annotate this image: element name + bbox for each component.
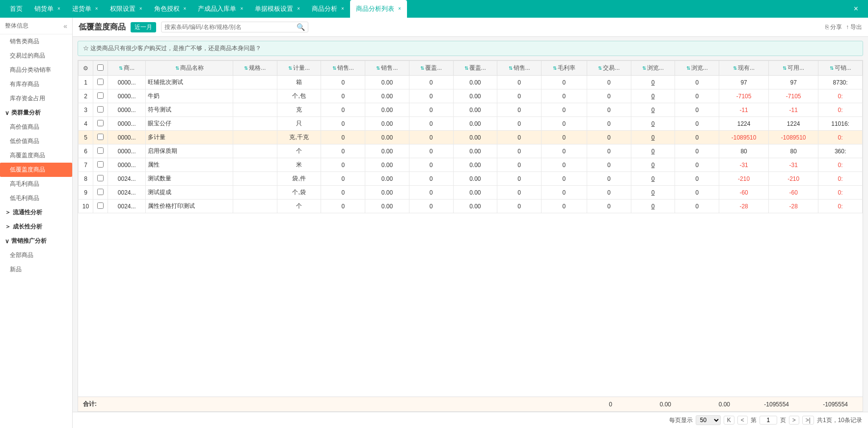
nav-product-analysis[interactable]: 商品分析 ×: [306, 0, 350, 18]
trade-column-header[interactable]: ⇅交易...: [587, 61, 631, 76]
sidebar-item-category-rate[interactable]: 商品分类动销率: [0, 63, 72, 77]
code-column-header[interactable]: ⇅商...: [108, 61, 146, 76]
row-browse1: 0: [631, 131, 675, 144]
row-code: 0024...: [108, 172, 146, 186]
sidebar-group-marketing[interactable]: ∨ 营销推广分析: [0, 234, 72, 248]
row-cover1: 0: [409, 117, 453, 131]
sidebar-item-capital[interactable]: 库存资金占用: [0, 91, 72, 106]
sidebar-collapse-btn[interactable]: «: [63, 22, 67, 30]
sales3-column-header[interactable]: ⇅销售...: [497, 61, 542, 76]
saleable-column-header[interactable]: ⇅可销...: [818, 61, 863, 76]
nav-close-product-analysis[interactable]: ×: [341, 0, 344, 18]
row-sales2: 0.00: [365, 89, 409, 103]
page-number-input[interactable]: [760, 416, 777, 425]
nav-product-warehouse[interactable]: 产成品入库单 ×: [192, 0, 249, 18]
search-input[interactable]: [164, 24, 297, 30]
nav-purchase[interactable]: 进货单 ×: [66, 0, 104, 18]
sales2-column-header[interactable]: ⇅销售...: [365, 61, 409, 76]
row-select-checkbox[interactable]: [97, 106, 104, 113]
select-all-checkbox[interactable]: [97, 64, 104, 71]
data-table-container: ⚙ ⇅商... ⇅商品名称 ⇅规格... ⇅计量... ⇅销售... ⇅销售..…: [78, 60, 863, 397]
nav-close-sales[interactable]: ×: [57, 0, 60, 18]
available-column-header[interactable]: ⇅可用...: [769, 61, 818, 76]
row-select-checkbox[interactable]: [97, 79, 104, 85]
sidebar-item-low-value[interactable]: 低价值商品: [0, 134, 72, 148]
browse1-column-header[interactable]: ⇅浏览...: [631, 61, 675, 76]
last-page-button[interactable]: >|: [802, 416, 814, 425]
export-button[interactable]: ↑ 导出: [846, 23, 862, 31]
sidebar-item-high-value[interactable]: 高价值商品: [0, 120, 72, 134]
nav-close-product-analysis-list[interactable]: ×: [398, 0, 401, 18]
gross-column-header[interactable]: ⇅毛利率: [541, 61, 587, 76]
share-button[interactable]: ⎘ 分享: [825, 23, 842, 31]
sidebar-item-in-stock[interactable]: 有库存商品: [0, 77, 72, 91]
sidebar-group-flow[interactable]: ＞ 流通性分析: [0, 205, 72, 220]
sidebar-group-cluster[interactable]: ∨ 类群量分析: [0, 106, 72, 120]
sidebar-item-high-coverage[interactable]: 高覆盖度商品: [0, 148, 72, 163]
table-row: 8 0024... 测试数量 袋,件 0 0.00 0 0.00 0 0 0 0…: [79, 172, 863, 186]
page-header: 低覆盖度商品 近一月 🔍 ⎘ 分享 ↑ 导出: [73, 18, 868, 37]
row-cover2: 0.00: [453, 172, 497, 186]
table-row: 9 0024... 测试提成 个,袋 0 0.00 0 0.00 0 0 0 0…: [79, 186, 863, 200]
row-select-checkbox[interactable]: [97, 120, 104, 126]
row-trade: 0: [587, 172, 631, 186]
row-cover1: 0: [409, 144, 453, 158]
row-cover1: 0: [409, 172, 453, 186]
settings-column-header[interactable]: ⚙: [79, 61, 93, 76]
sales1-column-header[interactable]: ⇅销售...: [321, 61, 365, 76]
nav-roles[interactable]: 角色授权 ×: [148, 0, 192, 18]
name-column-header[interactable]: ⇅商品名称: [146, 61, 233, 76]
nav-sales-order[interactable]: 销货单 ×: [28, 0, 66, 18]
content-area: 低覆盖度商品 近一月 🔍 ⎘ 分享 ↑ 导出 ☆ 这类商品只有很少客户购买过，是…: [73, 18, 868, 428]
spec-column-header[interactable]: ⇅规格...: [233, 61, 277, 76]
row-available: -28: [769, 200, 818, 213]
row-cover1: 0: [409, 76, 453, 89]
row-select-checkbox[interactable]: [97, 175, 104, 181]
nav-close-permissions[interactable]: ×: [139, 0, 142, 18]
search-icon[interactable]: 🔍: [297, 23, 305, 31]
row-gross: 0: [541, 131, 587, 144]
cover2-column-header[interactable]: ⇅覆盖...: [453, 61, 497, 76]
chevron-down-icon2: ∨: [5, 238, 9, 245]
first-page-button[interactable]: K: [724, 416, 734, 425]
sidebar-item-sales-goods[interactable]: 销售类商品: [0, 34, 72, 49]
sidebar-item-low-margin[interactable]: 低毛利商品: [0, 191, 72, 205]
row-sales1: 0: [321, 172, 365, 186]
next-page-button[interactable]: >: [789, 416, 799, 425]
sidebar-item-high-margin[interactable]: 高毛利商品: [0, 177, 72, 191]
nav-template-settings[interactable]: 单据模板设置 ×: [249, 0, 306, 18]
current-column-header[interactable]: ⇅现有...: [719, 61, 769, 76]
nav-close-purchase[interactable]: ×: [95, 0, 98, 18]
nav-permissions[interactable]: 权限设置 ×: [104, 0, 148, 18]
row-select-checkbox[interactable]: [97, 134, 104, 140]
nav-home[interactable]: 首页: [4, 0, 28, 18]
row-sales3: 0: [497, 131, 542, 144]
page-size-select[interactable]: 50 100 200: [696, 415, 721, 425]
browse2-column-header[interactable]: ⇅浏览...: [675, 61, 719, 76]
prev-page-button[interactable]: <: [737, 416, 748, 425]
export-icon: ↑: [846, 24, 849, 30]
row-sales1: 0: [321, 103, 365, 117]
unit-column-header[interactable]: ⇅计量...: [277, 61, 321, 76]
sidebar-group-growth[interactable]: ＞ 成长性分析: [0, 220, 72, 234]
row-spec: [233, 103, 277, 117]
row-select-checkbox[interactable]: [97, 189, 104, 195]
sidebar-item-all-goods[interactable]: 全部商品: [0, 248, 72, 262]
row-current: -31: [719, 158, 769, 172]
sidebar-item-traded-goods[interactable]: 交易过的商品: [0, 49, 72, 63]
nav-close-product-wh[interactable]: ×: [240, 0, 243, 18]
period-button[interactable]: 近一月: [131, 22, 156, 32]
row-code: 0000...: [108, 103, 146, 117]
sidebar-item-new-goods[interactable]: 新品: [0, 262, 72, 277]
app-close-button[interactable]: ×: [848, 4, 864, 13]
row-select-checkbox[interactable]: [97, 92, 104, 99]
nav-close-template[interactable]: ×: [297, 0, 300, 18]
row-sales2: 0.00: [365, 144, 409, 158]
nav-product-analysis-list[interactable]: 商品分析列表 ×: [350, 0, 407, 18]
cover1-column-header[interactable]: ⇅覆盖...: [409, 61, 453, 76]
nav-close-roles[interactable]: ×: [184, 0, 187, 18]
sidebar-item-low-coverage[interactable]: 低覆盖度商品: [0, 163, 72, 177]
row-select-checkbox[interactable]: [97, 202, 104, 209]
row-select-checkbox[interactable]: [97, 161, 104, 168]
row-select-checkbox[interactable]: [97, 147, 104, 154]
